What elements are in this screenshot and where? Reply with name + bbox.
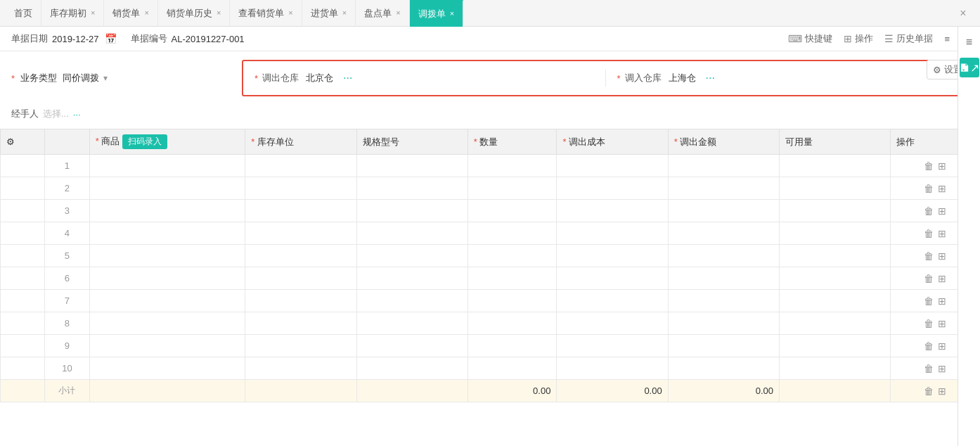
row-goods-cell[interactable] <box>89 357 245 380</box>
delete-icon[interactable]: 🗑 <box>924 318 934 329</box>
panel-export-icon[interactable]: ↗ <box>960 58 979 77</box>
window-close-button[interactable]: × <box>952 2 974 25</box>
tab-sales-history[interactable]: 销货单历史 × <box>158 0 230 27</box>
row-cost-cell[interactable] <box>557 290 668 312</box>
tab-inventory-init[interactable]: 库存期初 × <box>41 0 104 27</box>
row-goods-cell[interactable] <box>89 312 245 335</box>
tab-sales-order-close[interactable]: × <box>144 9 148 17</box>
row-unit-cell[interactable] <box>245 222 356 245</box>
row-unit-cell[interactable] <box>245 267 356 290</box>
row-cost-cell[interactable] <box>557 335 668 357</box>
operations-button[interactable]: ⊞ 操作 <box>844 32 873 45</box>
copy-icon[interactable]: ⊞ <box>938 273 946 284</box>
tab-purchase-close[interactable]: × <box>342 9 347 17</box>
row-spec-cell[interactable] <box>356 357 468 380</box>
row-cost-cell[interactable] <box>557 200 668 222</box>
row-goods-cell[interactable] <box>89 155 245 177</box>
tab-stocktake[interactable]: 盘点单 × <box>356 0 409 27</box>
row-amount-cell[interactable] <box>668 357 779 380</box>
row-unit-cell[interactable] <box>245 335 356 357</box>
row-spec-cell[interactable] <box>356 335 468 357</box>
row-cost-cell[interactable] <box>557 357 668 380</box>
tab-sales-history-close[interactable]: × <box>217 9 221 17</box>
row-cost-cell[interactable] <box>557 177 668 200</box>
row-cost-cell[interactable] <box>557 267 668 290</box>
row-unit-cell[interactable] <box>245 312 356 335</box>
copy-icon[interactable]: ⊞ <box>938 363 946 374</box>
row-spec-cell[interactable] <box>356 222 468 245</box>
delete-icon[interactable]: 🗑 <box>924 340 934 352</box>
delete-icon[interactable]: 🗑 <box>924 183 934 194</box>
row-cost-cell[interactable] <box>557 312 668 335</box>
copy-icon[interactable]: ⊞ <box>938 160 946 172</box>
delete-icon[interactable]: 🗑 <box>924 160 934 172</box>
row-unit-cell[interactable] <box>245 290 356 312</box>
calendar-icon[interactable]: 📅 <box>105 33 117 44</box>
row-goods-cell[interactable] <box>89 290 245 312</box>
row-qty-cell[interactable] <box>468 290 557 312</box>
row-qty-cell[interactable] <box>468 357 557 380</box>
row-qty-cell[interactable] <box>468 222 557 245</box>
delete-icon[interactable]: 🗑 <box>924 386 934 397</box>
copy-icon[interactable]: ⊞ <box>938 250 946 262</box>
copy-icon[interactable]: ⊞ <box>938 295 946 307</box>
row-qty-cell[interactable] <box>468 245 557 267</box>
row-goods-cell[interactable] <box>89 267 245 290</box>
personnel-select[interactable]: 选择... <box>43 108 69 120</box>
row-amount-cell[interactable] <box>668 335 779 357</box>
row-qty-cell[interactable] <box>468 155 557 177</box>
row-amount-cell[interactable] <box>668 222 779 245</box>
row-qty-cell[interactable] <box>468 335 557 357</box>
tab-transfer[interactable]: 调拨单 × <box>410 0 463 27</box>
settings-cog-icon[interactable]: ⚙ <box>6 136 15 147</box>
row-goods-cell[interactable] <box>89 200 245 222</box>
row-qty-cell[interactable] <box>468 177 557 200</box>
row-spec-cell[interactable] <box>356 267 468 290</box>
in-warehouse-value[interactable]: 上海仓 <box>669 72 696 84</box>
row-amount-cell[interactable] <box>668 177 779 200</box>
delete-icon[interactable]: 🗑 <box>924 273 934 284</box>
row-goods-cell[interactable] <box>89 222 245 245</box>
chevron-down-icon[interactable]: ▾ <box>103 73 108 83</box>
tab-sales-order[interactable]: 销货单 × <box>104 0 157 27</box>
copy-icon[interactable]: ⊞ <box>938 228 946 239</box>
business-select-wrapper[interactable]: 同价调拨 ▾ <box>63 72 108 84</box>
delete-icon[interactable]: 🗑 <box>924 205 934 217</box>
row-goods-cell[interactable] <box>89 245 245 267</box>
date-value[interactable]: 2019-12-27 <box>52 34 99 44</box>
tab-stocktake-close[interactable]: × <box>396 9 400 17</box>
delete-icon[interactable]: 🗑 <box>924 228 934 239</box>
row-amount-cell[interactable] <box>668 245 779 267</box>
tab-view-sales-close[interactable]: × <box>288 9 292 17</box>
copy-icon[interactable]: ⊞ <box>938 183 946 194</box>
row-unit-cell[interactable] <box>245 177 356 200</box>
row-unit-cell[interactable] <box>245 245 356 267</box>
tab-purchase[interactable]: 进货单 × <box>302 0 356 27</box>
row-cost-cell[interactable] <box>557 222 668 245</box>
row-goods-cell[interactable] <box>89 335 245 357</box>
copy-icon[interactable]: ⊞ <box>938 340 946 352</box>
row-goods-cell[interactable] <box>89 177 245 200</box>
tab-transfer-close[interactable]: × <box>450 10 454 18</box>
tab-inventory-init-close[interactable]: × <box>91 9 95 17</box>
row-amount-cell[interactable] <box>668 155 779 177</box>
row-cost-cell[interactable] <box>557 155 668 177</box>
row-unit-cell[interactable] <box>245 357 356 380</box>
in-warehouse-more-icon[interactable]: ··· <box>706 72 715 84</box>
delete-icon[interactable]: 🗑 <box>924 363 934 374</box>
tab-home[interactable]: 首页 <box>6 0 41 27</box>
row-unit-cell[interactable] <box>245 200 356 222</box>
row-spec-cell[interactable] <box>356 177 468 200</box>
row-spec-cell[interactable] <box>356 200 468 222</box>
shortcuts-button[interactable]: ⌨ 快捷键 <box>788 32 832 45</box>
history-button[interactable]: ☰ 历史单据 <box>884 32 933 45</box>
business-value[interactable]: 同价调拨 <box>63 72 99 84</box>
row-qty-cell[interactable] <box>468 200 557 222</box>
copy-icon[interactable]: ⊞ <box>938 318 946 329</box>
delete-icon[interactable]: 🗑 <box>924 295 934 307</box>
row-spec-cell[interactable] <box>356 245 468 267</box>
row-unit-cell[interactable] <box>245 155 356 177</box>
row-cost-cell[interactable] <box>557 245 668 267</box>
personnel-more-icon[interactable]: ··· <box>73 109 81 120</box>
row-spec-cell[interactable] <box>356 312 468 335</box>
